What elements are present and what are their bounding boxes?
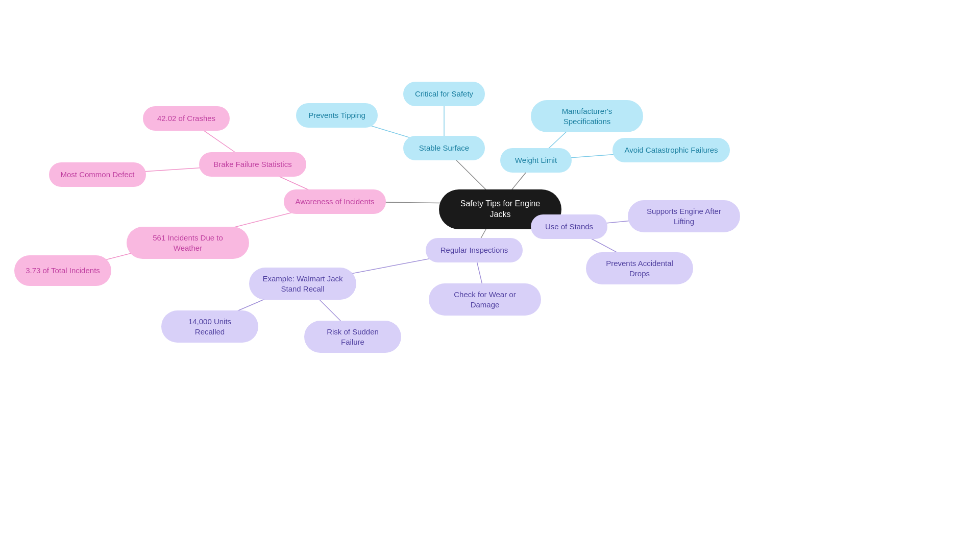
node-example-walmart: Example: Walmart Jack Stand Recall bbox=[249, 268, 356, 300]
node-avoid-catastrophic: Avoid Catastrophic Failures bbox=[612, 138, 730, 162]
node-prevents-tipping: Prevents Tipping bbox=[296, 103, 378, 128]
node-use-of-stands: Use of Stands bbox=[531, 214, 607, 239]
node-regular-inspections: Regular Inspections bbox=[426, 238, 523, 262]
node-brake-failure: Brake Failure Statistics bbox=[199, 152, 306, 177]
mind-map: Safety Tips for Engine JacksStable Surfa… bbox=[0, 0, 980, 553]
node-critical-safety: Critical for Safety bbox=[403, 82, 485, 106]
connections-svg bbox=[0, 0, 980, 553]
node-14000-units: 14,000 Units Recalled bbox=[161, 310, 258, 343]
node-most-common-defect: Most Common Defect bbox=[49, 162, 146, 187]
node-manufacturers-specs: Manufacturer's Specifications bbox=[531, 100, 643, 132]
node-awareness-incidents: Awareness of Incidents bbox=[284, 189, 386, 214]
node-stable-surface: Stable Surface bbox=[403, 136, 485, 160]
node-3-73-incidents: 3.73 of Total Incidents bbox=[14, 255, 111, 286]
node-risk-sudden-failure: Risk of Sudden Failure bbox=[304, 321, 401, 353]
node-supports-engine: Supports Engine After Lifting bbox=[628, 200, 740, 232]
node-561-incidents: 561 Incidents Due to Weather bbox=[127, 227, 249, 259]
node-prevents-accidental: Prevents Accidental Drops bbox=[586, 252, 693, 284]
node-42-crashes: 42.02 of Crashes bbox=[143, 106, 230, 131]
node-check-wear: Check for Wear or Damage bbox=[429, 283, 541, 316]
node-weight-limit: Weight Limit bbox=[500, 148, 572, 173]
